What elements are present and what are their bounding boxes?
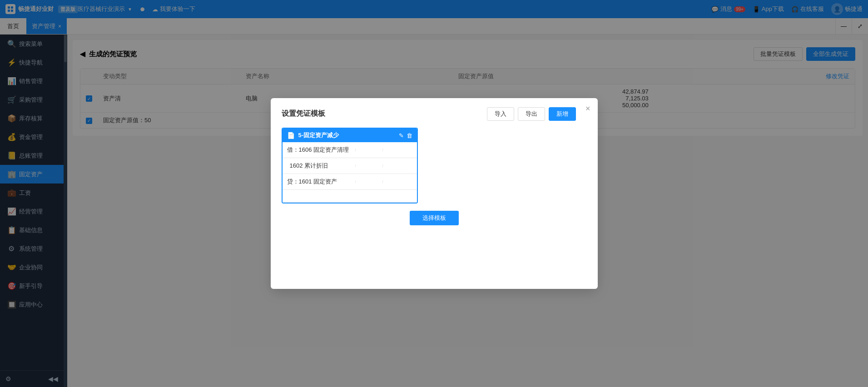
template-row-empty <box>283 190 417 203</box>
modal-top-actions: 导入 导出 新增 <box>487 107 576 121</box>
template-row1-label: 借：1606 固定资产清理 <box>283 144 355 155</box>
template-row2-debit <box>355 164 382 167</box>
template-delete-icon[interactable]: 🗑 <box>407 132 412 139</box>
template-card: 📄 5-固定资产减少 ✎ 🗑 借：1606 固定资产清理 <box>282 128 418 203</box>
modal-dialog: 设置凭证模板 × 导入 导出 新增 📄 5-固定资产减少 ✎ 🗑 <box>271 98 598 289</box>
modal-close-btn[interactable]: × <box>585 104 590 113</box>
main-content: ◀ 生成的凭证预览 批量凭证模板 全部生成凭证 变动类型 资产名称 固定资产原值 <box>67 35 868 387</box>
modal-overlay: 设置凭证模板 × 导入 导出 新增 📄 5-固定资产减少 ✎ 🗑 <box>67 35 868 387</box>
template-card-header: 📄 5-固定资产减少 ✎ 🗑 <box>283 129 417 142</box>
template-row3-label: 贷：1601 固定资产 <box>283 176 355 187</box>
template-row-1: 借：1606 固定资产清理 <box>283 142 417 158</box>
template-row-2: 1602 累计折旧 <box>283 158 417 174</box>
new-btn[interactable]: 新增 <box>549 107 576 121</box>
template-row1-debit <box>355 149 382 151</box>
template-body: 借：1606 固定资产清理 1602 累计折旧 贷：1601 固定资产 <box>283 142 417 203</box>
template-row3-credit <box>382 180 410 183</box>
template-row3-debit <box>355 180 382 183</box>
import-btn[interactable]: 导入 <box>487 107 514 121</box>
template-row-3: 贷：1601 固定资产 <box>283 174 417 190</box>
template-doc-icon: 📄 <box>287 132 295 139</box>
template-card-actions: ✎ 🗑 <box>399 132 412 139</box>
select-template-btn[interactable]: 选择模板 <box>410 211 459 225</box>
select-btn-wrap: 选择模板 <box>282 211 587 225</box>
main-layout: 🔍 搜索菜单 ⚡ 快捷导航 📊 销售管理 🛒 采购管理 📦 库存核算 💰 <box>0 35 868 387</box>
template-row1-credit <box>382 149 410 151</box>
template-title: 5-固定资产减少 <box>298 131 395 139</box>
template-row2-label: 1602 累计折旧 <box>283 160 355 171</box>
template-row2-credit <box>382 164 410 167</box>
template-edit-icon[interactable]: ✎ <box>399 132 404 139</box>
export-btn[interactable]: 导出 <box>518 107 545 121</box>
